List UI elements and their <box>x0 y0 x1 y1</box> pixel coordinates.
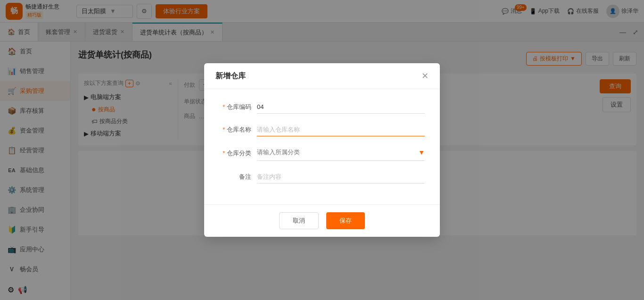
category-input[interactable] <box>257 146 418 158</box>
category-label: 仓库分类 <box>219 149 257 158</box>
modal-close-button[interactable]: ✕ <box>421 71 429 81</box>
modal-title: 新增仓库 <box>215 71 246 81</box>
modal-header: 新增仓库 ✕ <box>204 63 440 89</box>
remark-input[interactable] <box>257 170 425 183</box>
form-row-name: 仓库名称 <box>219 123 425 136</box>
name-input[interactable] <box>257 123 425 136</box>
form-row-code: 仓库编码 <box>219 100 425 114</box>
save-button[interactable]: 保存 <box>326 212 365 229</box>
modal-body: 仓库编码 仓库名称 仓库分类 ▼ 备注 <box>204 89 440 204</box>
modal-footer: 取消 保存 <box>204 204 440 237</box>
cancel-button[interactable]: 取消 <box>279 212 319 229</box>
code-input[interactable] <box>257 100 425 114</box>
dropdown-arrow-icon: ▼ <box>418 149 425 156</box>
remark-label: 备注 <box>219 173 257 181</box>
category-select-wrap: ▼ <box>257 146 425 161</box>
form-row-category: 仓库分类 ▼ <box>219 146 425 161</box>
add-warehouse-modal: 新增仓库 ✕ 仓库编码 仓库名称 仓库分类 ▼ <box>204 63 440 237</box>
form-row-remark: 备注 <box>219 170 425 183</box>
name-label: 仓库名称 <box>219 125 257 134</box>
modal-overlay: 新增仓库 ✕ 仓库编码 仓库名称 仓库分类 ▼ <box>0 0 644 300</box>
code-label: 仓库编码 <box>219 103 257 111</box>
